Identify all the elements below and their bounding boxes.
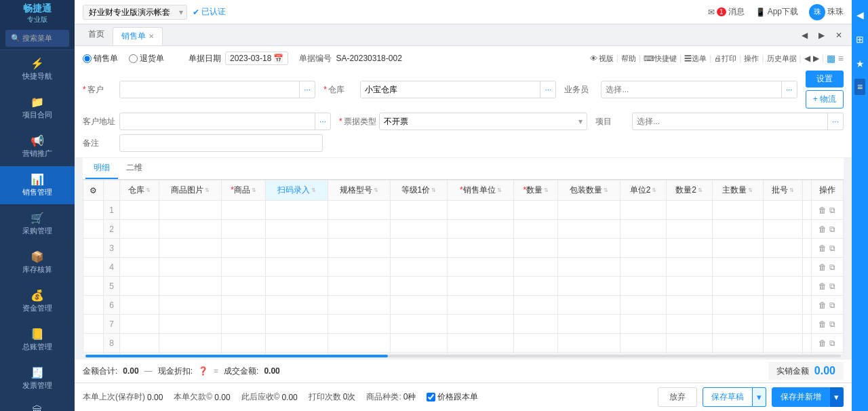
customer-addr-ellipsis-button[interactable]: ··· bbox=[315, 113, 330, 130]
th-quantity-sort[interactable]: ⇅ bbox=[544, 187, 549, 193]
salesperson-input[interactable]: ··· bbox=[601, 81, 797, 98]
toolbar-history[interactable]: 历史单据 bbox=[767, 54, 797, 64]
sidebar-item-sales[interactable]: 📊 销售管理 bbox=[0, 166, 75, 205]
sidebar-item-quick[interactable]: ⚡ 快捷导航 bbox=[0, 50, 75, 89]
logistics-button[interactable]: + 物流 bbox=[806, 90, 844, 109]
tab-home[interactable]: 首页 bbox=[80, 24, 113, 45]
delete-row-4[interactable]: 🗑 bbox=[818, 262, 827, 272]
sidebar-item-marketing[interactable]: 📢 营销推广 bbox=[0, 128, 75, 166]
th-pack-qty-sort[interactable]: ⇅ bbox=[604, 187, 608, 193]
copy-row-8[interactable]: ⧉ bbox=[829, 338, 835, 348]
th-barcode-sort[interactable]: ⇅ bbox=[311, 187, 316, 193]
customer-ellipsis-button[interactable]: ··· bbox=[299, 81, 315, 98]
warehouse-text-input[interactable]: 小宝仓库 bbox=[361, 83, 540, 96]
customer-addr-input[interactable]: ··· bbox=[119, 113, 331, 130]
project-text-input[interactable] bbox=[633, 115, 827, 128]
tab-detail[interactable]: 明细 bbox=[85, 158, 118, 179]
td-packqty-1[interactable] bbox=[558, 201, 620, 220]
price-checkbox-item[interactable]: 价格跟本单 bbox=[427, 391, 478, 403]
scrollbar-thumb[interactable] bbox=[85, 355, 388, 357]
sidebar-item-purchase[interactable]: 🛒 采购管理 bbox=[0, 205, 75, 243]
warehouse-ellipsis-button[interactable]: ··· bbox=[540, 81, 555, 98]
invoice-type-select-input[interactable]: 不开票 bbox=[380, 115, 574, 128]
delete-row-2[interactable]: 🗑 bbox=[818, 224, 827, 234]
tab-prev-button[interactable]: ◀ bbox=[797, 29, 812, 41]
company-select[interactable]: 好业财专业版演示帐套 bbox=[83, 5, 187, 20]
delete-row-5[interactable]: 🗑 bbox=[818, 281, 827, 291]
project-ellipsis-button[interactable]: ··· bbox=[827, 113, 843, 130]
invoice-type-select[interactable]: 不开票 ▾ bbox=[379, 113, 587, 130]
discard-button[interactable]: 放弃 bbox=[658, 387, 697, 407]
th-sales-unit-sort[interactable]: ⇅ bbox=[497, 187, 502, 193]
company-selector[interactable]: 好业财专业版演示帐套 ▾ bbox=[83, 5, 187, 20]
save-new-button[interactable]: 保存并新增 bbox=[772, 387, 830, 407]
salesperson-ellipsis-button[interactable]: ··· bbox=[781, 81, 797, 98]
td-price-1[interactable] bbox=[390, 201, 447, 220]
delete-row-3[interactable]: 🗑 bbox=[818, 243, 827, 253]
sidebar-item-project[interactable]: 📁 项目合同 bbox=[0, 89, 75, 128]
project-input[interactable]: ··· bbox=[632, 113, 844, 130]
toolbar-grid-view[interactable]: ▦ bbox=[827, 53, 835, 64]
th-product-img-sort[interactable]: ⇅ bbox=[205, 187, 210, 193]
copy-row-1[interactable]: ⧉ bbox=[829, 206, 835, 215]
toolbar-view[interactable]: 👁视版 bbox=[590, 54, 614, 64]
copy-row-4[interactable]: ⧉ bbox=[829, 262, 835, 272]
toolbar-ops[interactable]: 操作 bbox=[744, 54, 759, 64]
tab-close-all-button[interactable]: ✕ bbox=[831, 29, 846, 41]
right-panel-icon-2[interactable]: ⊞ bbox=[856, 30, 864, 49]
th-spec-sort[interactable]: ⇅ bbox=[374, 187, 378, 193]
toolbar-list-view[interactable]: ≡ bbox=[838, 53, 844, 64]
sidebar-item-invoice[interactable]: 🧾 发票管理 bbox=[0, 359, 75, 398]
copy-row-6[interactable]: ⧉ bbox=[829, 300, 835, 310]
user-menu[interactable]: 珠 珠珠 bbox=[809, 4, 844, 20]
td-product-1[interactable] bbox=[222, 201, 266, 220]
right-panel-icon-4[interactable]: ≡ bbox=[854, 79, 865, 95]
settings-button[interactable]: 设置 bbox=[806, 71, 844, 87]
search-menu-button[interactable]: 🔍 搜索菜单 bbox=[5, 30, 69, 47]
td-barcode-1[interactable] bbox=[266, 201, 328, 220]
td-warehouse-1[interactable] bbox=[120, 201, 159, 220]
save-draft-arrow-button[interactable]: ▾ bbox=[753, 387, 766, 407]
copy-row-2[interactable]: ⧉ bbox=[829, 224, 835, 234]
discount-help-icon[interactable]: ❓ bbox=[198, 366, 208, 376]
th-qty2-sort[interactable]: ⇅ bbox=[698, 187, 703, 193]
th-product-sort[interactable]: ⇅ bbox=[252, 187, 256, 193]
toolbar-help[interactable]: 帮助 bbox=[621, 54, 636, 64]
copy-row-7[interactable]: ⧉ bbox=[829, 319, 835, 329]
td-spec-1[interactable] bbox=[328, 201, 390, 220]
right-panel-icon-1[interactable]: ◀ bbox=[856, 5, 864, 24]
delete-row-1[interactable]: 🗑 bbox=[818, 206, 827, 215]
app-download-button[interactable]: 📱 App下载 bbox=[755, 6, 798, 18]
sidebar-item-finance[interactable]: 💰 资金管理 bbox=[0, 282, 75, 321]
tab-close-button[interactable]: ✕ bbox=[149, 33, 154, 40]
price-checkbox[interactable] bbox=[427, 393, 435, 402]
td-qty-1[interactable] bbox=[514, 201, 558, 220]
tab-sales-order[interactable]: 销售单 ✕ bbox=[113, 27, 163, 45]
delete-row-6[interactable]: 🗑 bbox=[818, 300, 827, 310]
copy-row-5[interactable]: ⧉ bbox=[829, 281, 835, 291]
note-input[interactable] bbox=[119, 134, 323, 152]
th-batch-sort[interactable]: ⇅ bbox=[789, 187, 794, 193]
td-mainqty-1[interactable] bbox=[712, 201, 763, 220]
th-warehouse-sort[interactable]: ⇅ bbox=[146, 187, 151, 193]
horizontal-scrollbar[interactable] bbox=[83, 353, 844, 359]
tab-2d[interactable]: 二维 bbox=[118, 158, 151, 179]
td-sunit-1[interactable] bbox=[448, 201, 514, 220]
sidebar-item-account[interactable]: 📒 总账管理 bbox=[0, 321, 75, 359]
right-panel-icon-3[interactable]: ★ bbox=[856, 54, 865, 73]
toolbar-nav-prev[interactable]: ◀ bbox=[804, 54, 810, 63]
th-main-qty-sort[interactable]: ⇅ bbox=[748, 187, 753, 193]
salesperson-text-input[interactable] bbox=[601, 83, 781, 96]
th-gear[interactable]: ⚙ bbox=[83, 180, 104, 201]
copy-row-3[interactable]: ⧉ bbox=[829, 243, 835, 253]
td-batch-1[interactable] bbox=[763, 201, 802, 220]
warehouse-input[interactable]: 小宝仓库 ··· bbox=[360, 81, 556, 98]
td-qty2-1[interactable] bbox=[666, 201, 712, 220]
save-new-arrow-button[interactable]: ▾ bbox=[830, 387, 844, 407]
radio-return-order[interactable]: 退货单 bbox=[129, 53, 164, 64]
delete-row-7[interactable]: 🗑 bbox=[818, 319, 827, 329]
customer-text-input[interactable] bbox=[120, 83, 299, 96]
sidebar-item-inventory[interactable]: 📦 库存核算 bbox=[0, 243, 75, 282]
customer-addr-text-input[interactable] bbox=[120, 115, 315, 128]
message-button[interactable]: ✉ 1 消息 bbox=[708, 6, 745, 18]
